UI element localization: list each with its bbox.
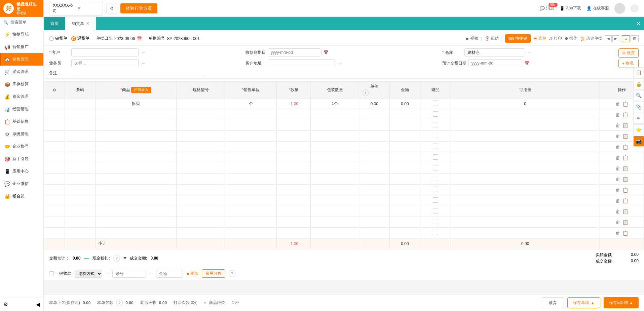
cell-unit-price[interactable]: [359, 163, 390, 174]
radio-sales[interactable]: 销货单: [49, 36, 67, 41]
cell-amount[interactable]: [390, 142, 420, 152]
customer-dots[interactable]: ···: [142, 50, 145, 55]
copy-row-btn[interactable]: 📋: [622, 219, 629, 226]
delete-row-btn[interactable]: 🗑: [615, 154, 621, 161]
list-view-btn[interactable]: ≡: [622, 35, 630, 42]
cell-spec[interactable]: [177, 185, 225, 195]
delete-row-btn[interactable]: 🗑: [615, 133, 621, 140]
cell-amount[interactable]: [390, 174, 420, 185]
cell-unit[interactable]: [225, 228, 277, 238]
cell-pack-qty[interactable]: 1个: [311, 99, 359, 109]
cell-pack-qty[interactable]: [311, 195, 359, 206]
account-dots[interactable]: ···: [149, 271, 153, 276]
cell-quantity[interactable]: [277, 142, 311, 152]
copy-row-btn[interactable]: 📋: [622, 197, 629, 204]
payment-date-calendar-icon[interactable]: 📅: [324, 50, 329, 55]
cell-pack-qty[interactable]: [311, 217, 359, 228]
cell-product[interactable]: [95, 109, 176, 120]
address-dots[interactable]: ···: [338, 61, 342, 66]
sidebar-item-wechat[interactable]: 💬 企业微信: [0, 178, 43, 190]
sidebar-item-basic-info[interactable]: 📋 基础信息: [0, 115, 43, 128]
cell-gift[interactable]: [420, 142, 451, 152]
delete-row-btn[interactable]: 🗑: [615, 165, 621, 172]
delete-row-btn[interactable]: 🗑: [615, 122, 621, 129]
salesperson-dots[interactable]: ···: [142, 61, 145, 66]
cell-barcode[interactable]: [65, 185, 95, 195]
cell-gift[interactable]: [420, 206, 451, 217]
settlement-method-select[interactable]: 结算方式: [75, 270, 102, 278]
cell-amount[interactable]: [390, 195, 420, 206]
cell-unit-price[interactable]: [359, 120, 390, 131]
amount-input[interactable]: [156, 270, 183, 278]
cell-unit[interactable]: [225, 163, 277, 174]
cell-pack-qty[interactable]: [311, 131, 359, 142]
scan-btn[interactable]: 扫码录入: [131, 87, 151, 93]
col-settings[interactable]: ⚙: [44, 82, 65, 99]
cell-product[interactable]: [95, 174, 176, 185]
cell-amount[interactable]: [390, 206, 420, 217]
cell-product[interactable]: [95, 195, 176, 206]
cell-spec[interactable]: [177, 131, 225, 142]
sidebar-item-newbie[interactable]: 🎯 新手引导: [0, 153, 43, 165]
expected-date-calendar-icon[interactable]: 📅: [524, 61, 529, 66]
cell-pack-qty[interactable]: [311, 152, 359, 163]
grid-view-btn[interactable]: ⊞: [631, 35, 639, 42]
float-icon-orange[interactable]: 📷: [633, 136, 644, 147]
delete-row-btn[interactable]: 🗑: [615, 187, 621, 193]
cell-spec[interactable]: [177, 152, 225, 163]
cell-product[interactable]: [95, 163, 176, 174]
copy-row-btn[interactable]: 📋: [622, 101, 629, 107]
copy-row-btn[interactable]: 📋: [622, 111, 629, 118]
cell-pack-qty[interactable]: [311, 109, 359, 120]
cell-unit-price[interactable]: [359, 185, 390, 195]
cell-unit-price[interactable]: [359, 206, 390, 217]
warehouse-input[interactable]: [464, 48, 525, 56]
gift-checkbox[interactable]: [433, 122, 438, 127]
sidebar-item-finance[interactable]: 💰 资金管理: [0, 90, 43, 103]
next-arrow[interactable]: ▶: [612, 35, 619, 42]
cell-quantity[interactable]: -1.00: [277, 99, 311, 109]
cell-gift[interactable]: [420, 163, 451, 174]
cell-barcode[interactable]: [65, 99, 95, 109]
cell-amount[interactable]: [390, 228, 420, 238]
sidebar-item-member[interactable]: 👑 畅会员: [0, 190, 43, 202]
collapse-arrow-icon[interactable]: ◀: [36, 301, 40, 308]
cell-pack-qty[interactable]: [311, 120, 359, 131]
cell-unit-price[interactable]: [359, 217, 390, 228]
cell-spec[interactable]: [177, 217, 225, 228]
cell-barcode[interactable]: [65, 206, 95, 217]
cell-quantity[interactable]: [277, 206, 311, 217]
trial-button[interactable]: 体验行业方案: [120, 3, 157, 13]
tab-sales-order[interactable]: 销货单 ✕: [65, 17, 96, 30]
gift-checkbox[interactable]: [433, 133, 438, 138]
cell-unit-price[interactable]: 0.00: [359, 99, 390, 109]
radio-return[interactable]: 退货单: [71, 36, 89, 41]
cell-unit-price[interactable]: [359, 228, 390, 238]
cell-unit[interactable]: [225, 142, 277, 152]
discard-button[interactable]: 放弃: [542, 297, 564, 308]
cell-product[interactable]: [95, 152, 176, 163]
cell-quantity[interactable]: [277, 163, 311, 174]
gift-checkbox[interactable]: [433, 144, 438, 149]
cell-quantity[interactable]: [277, 109, 311, 120]
cell-product[interactable]: [95, 206, 176, 217]
cell-spec[interactable]: [177, 228, 225, 238]
cell-unit-price[interactable]: [359, 174, 390, 185]
settings-form-btn[interactable]: ⚙ 设置: [618, 48, 639, 57]
delete-row-btn[interactable]: 🗑: [615, 208, 621, 215]
delete-row-btn[interactable]: 🗑: [615, 144, 621, 150]
cell-spec[interactable]: [177, 109, 225, 120]
sidebar-item-enterprise[interactable]: 🤝 企业协同: [0, 140, 43, 153]
cell-unit[interactable]: [225, 206, 277, 217]
cell-product[interactable]: [95, 142, 176, 152]
tab-home[interactable]: 首页: [44, 17, 65, 30]
expected-date-input[interactable]: [468, 59, 522, 67]
delete-row-btn[interactable]: 🗑: [615, 111, 621, 118]
cell-gift[interactable]: [420, 228, 451, 238]
cell-amount[interactable]: [390, 163, 420, 174]
sidebar-item-system[interactable]: ⚙ 系统管理: [0, 128, 43, 140]
cell-barcode[interactable]: [65, 174, 95, 185]
cell-pack-qty[interactable]: [311, 174, 359, 185]
salesperson-input[interactable]: [71, 59, 139, 67]
copy-row-btn[interactable]: 📋: [622, 165, 629, 172]
